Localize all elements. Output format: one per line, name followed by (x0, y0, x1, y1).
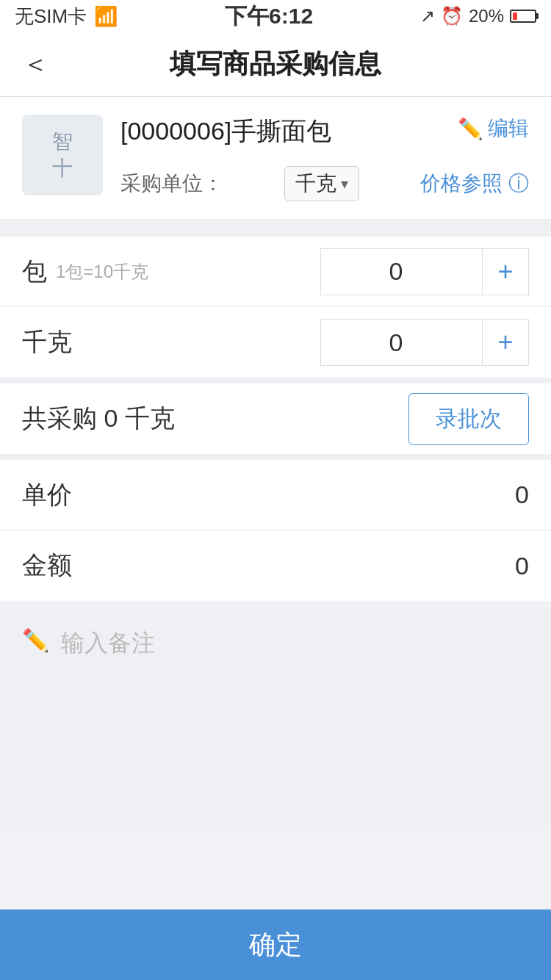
carrier-label: 无SIM卡 (15, 4, 87, 29)
confirm-button[interactable]: 确定 (0, 909, 551, 980)
input-section: 包 1包=10千克 + 千克 + (0, 237, 551, 378)
kg-field-wrapper: + (320, 319, 529, 366)
product-info: [0000006]手撕面包 ✏️ 编辑 采购单位： 千克 ▾ 价格参照 ⓘ (120, 115, 529, 201)
price-ref-label: 价格参照 (420, 170, 503, 198)
edit-button[interactable]: ✏️ 编辑 (458, 115, 529, 143)
status-bar: 无SIM卡 📶 下午6:12 ↗ ⏰ 20% (0, 0, 551, 32)
unit-price-label: 单价 (22, 478, 72, 512)
alarm-icon: ⏰ (441, 6, 463, 26)
purchase-unit-label: 采购单位： (120, 170, 223, 198)
purchase-unit-row: 采购单位： 千克 ▾ 价格参照 ⓘ (120, 166, 529, 201)
battery-pct: 20% (469, 6, 504, 26)
unit-price-value: 0 (515, 480, 529, 509)
chevron-down-icon: ▾ (341, 175, 348, 192)
kg-input[interactable] (320, 319, 482, 366)
battery-icon (510, 10, 536, 23)
bottom-padding (0, 827, 551, 908)
bao-plus-button[interactable]: + (482, 248, 529, 295)
kg-plus-button[interactable]: + (482, 319, 529, 366)
amount-value: 0 (515, 552, 529, 580)
section-divider-1 (0, 225, 551, 237)
total-row: 共采购 0 千克 录批次 (0, 383, 551, 454)
pencil-icon: ✏️ (22, 627, 49, 653)
unit-price-row: 单价 0 (0, 460, 551, 530)
status-time: 下午6:12 (225, 1, 313, 32)
kg-label: 千克 (22, 325, 72, 359)
status-left: 无SIM卡 📶 (15, 4, 118, 29)
page-title: 填写商品采购信息 (170, 46, 381, 82)
bao-sublabel: 1包=10千克 (56, 260, 320, 284)
nav-bar: ＜ 填写商品采购信息 (0, 32, 551, 97)
remark-section: ✏️ 输入备注 (0, 607, 551, 827)
total-section: 共采购 0 千克 录批次 (0, 378, 551, 460)
unit-value: 千克 (295, 170, 336, 198)
remark-input-area[interactable]: ✏️ 输入备注 (22, 627, 529, 660)
bao-label: 包 (22, 255, 47, 289)
edit-icon: ✏️ (458, 117, 483, 141)
product-name-row: [0000006]手撕面包 ✏️ 编辑 (120, 115, 529, 148)
kg-input-row: 千克 + (0, 307, 551, 378)
price-section: 单价 0 金额 0 (0, 460, 551, 601)
product-name: [0000006]手撕面包 (120, 115, 331, 148)
unit-selector[interactable]: 千克 ▾ (284, 166, 359, 201)
confirm-label: 确定 (249, 927, 302, 963)
edit-label: 编辑 (488, 115, 529, 143)
location-icon: ↗ (420, 6, 435, 26)
wifi-icon: 📶 (94, 5, 118, 28)
total-label: 共采购 0 千克 (22, 402, 175, 436)
info-icon: ⓘ (508, 170, 529, 198)
product-card: 智 十 [0000006]手撕面包 ✏️ 编辑 采购单位： 千克 ▾ 价格参照 … (0, 97, 551, 225)
product-image: 智 十 (22, 115, 103, 195)
price-ref-button[interactable]: 价格参照 ⓘ (420, 170, 529, 198)
product-logo: 智 十 (52, 129, 73, 182)
bao-input[interactable] (320, 248, 482, 295)
status-right: ↗ ⏰ 20% (420, 6, 536, 26)
amount-row: 金额 0 (0, 530, 551, 601)
amount-label: 金额 (22, 549, 72, 583)
bao-input-row: 包 1包=10千克 + (0, 237, 551, 307)
remark-placeholder: 输入备注 (61, 627, 155, 660)
record-batch-button[interactable]: 录批次 (408, 393, 529, 445)
back-button[interactable]: ＜ (22, 46, 48, 82)
bao-field-wrapper: + (320, 248, 529, 295)
